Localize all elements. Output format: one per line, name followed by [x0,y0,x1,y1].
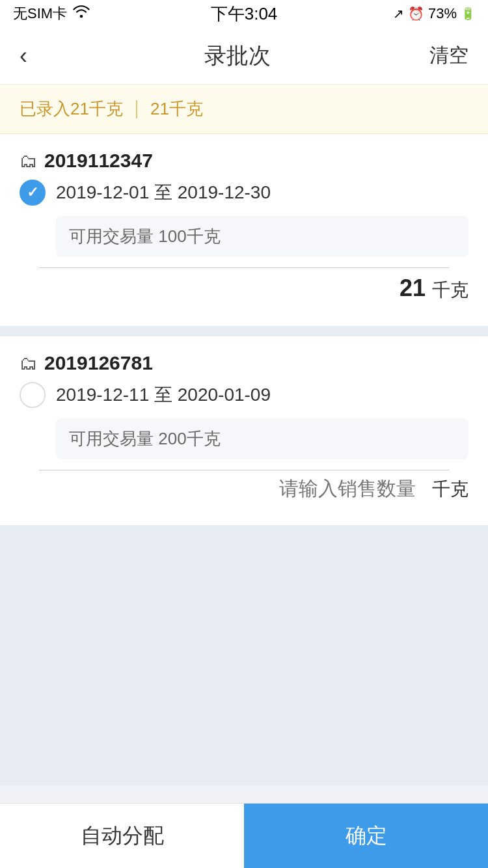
batch-2-input-row[interactable]: 千克 [20,470,468,512]
checkmark-icon: ✓ [27,184,38,201]
batch-1-checkbox[interactable]: ✓ [20,180,46,206]
confirm-button[interactable]: 确定 [244,804,488,868]
recorded-label: 已录入21千克 [20,98,123,120]
auto-distribute-button[interactable]: 自动分配 [0,804,244,868]
status-bar-right: ↗ ⏰ 73% 🔋 [393,5,475,22]
batch-1-id: 2019112347 [44,150,153,172]
bottom-bar: 自动分配 确定 [0,803,488,868]
batch-2-id: 2019126781 [44,352,153,374]
sim-label: 无SIM卡 [13,4,67,23]
status-bar-left: 无SIM卡 [13,4,90,23]
batch-1-header: 🗂 2019112347 [20,150,468,172]
section-divider [0,326,488,336]
batch-2-date-row: 2019-12-11 至 2020-01-09 [20,382,468,408]
batch-1-date-row: ✓ 2019-12-01 至 2019-12-30 [20,180,468,206]
batch-2-doc-icon: 🗂 [20,353,38,374]
batch-2-availability: 可用交易量 200千克 [56,418,468,459]
recorded-value: 21千克 [150,98,203,120]
page-title: 录批次 [204,41,271,71]
alarm-icon: ⏰ [408,6,424,21]
batch-2-header: 🗂 2019126781 [20,352,468,374]
batch-item-2: 🗂 2019126781 2019-12-11 至 2020-01-09 可用交… [0,336,488,525]
info-divider [136,100,137,118]
battery-icon: 🔋 [461,7,475,21]
batch-1-amount: 21 [400,275,426,302]
batch-2-date: 2019-12-11 至 2020-01-09 [56,383,271,407]
auto-distribute-label: 自动分配 [81,822,164,850]
batch-1-availability: 可用交易量 100千克 [56,216,468,257]
batch-2-checkbox[interactable] [20,382,46,408]
confirm-label: 确定 [346,822,387,850]
batch-2-unit: 千克 [432,477,468,502]
batch-item-1: 🗂 2019112347 ✓ 2019-12-01 至 2019-12-30 可… [0,134,488,326]
wifi-icon [72,5,90,22]
clear-button[interactable]: 清空 [416,42,468,69]
batch-1-amount-row: 21 千克 [20,268,468,313]
back-button[interactable]: ‹ [20,42,59,70]
bottom-spacer [0,525,488,785]
info-banner: 已录入21千克 21千克 [0,85,488,134]
location-icon: ↗ [393,6,404,21]
status-bar: 无SIM卡 下午3:04 ↗ ⏰ 73% 🔋 [0,0,488,27]
batch-1-date: 2019-12-01 至 2019-12-30 [56,180,271,205]
battery-label: 73% [428,5,457,22]
nav-bar: ‹ 录批次 清空 [0,27,488,85]
batch-1-unit: 千克 [432,278,468,303]
status-bar-time: 下午3:04 [211,3,278,25]
batch-2-quantity-input[interactable] [20,478,426,500]
batch-1-doc-icon: 🗂 [20,150,38,172]
